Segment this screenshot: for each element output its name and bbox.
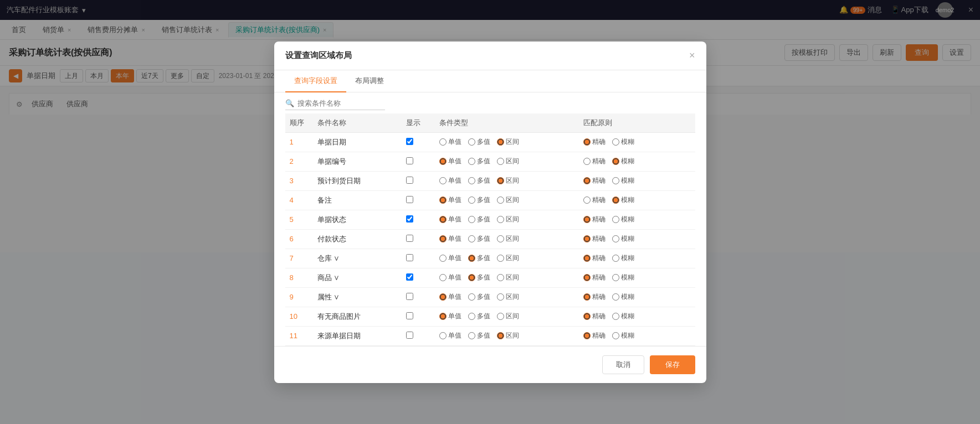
row-match-1[interactable]: 精确模糊 xyxy=(579,157,690,166)
match-option-模糊-5[interactable]: 模糊 xyxy=(612,234,634,244)
match-option-模糊-1[interactable]: 模糊 xyxy=(612,157,634,166)
row-order-0: 1 xyxy=(285,138,313,146)
display-checkbox-5[interactable] xyxy=(406,235,413,242)
display-checkbox-2[interactable] xyxy=(406,177,413,184)
dialog-table: 顺序 条件名称 显示 条件类型 匹配原则 1单据日期单值多值区间精确模糊2单据编… xyxy=(274,113,706,253)
dialog-tab-query-fields[interactable]: 查询字段设置 xyxy=(285,70,346,92)
match-option-精确-3[interactable]: 精确 xyxy=(583,195,606,205)
match-option-模糊-0[interactable]: 模糊 xyxy=(612,137,634,147)
row-order-2: 3 xyxy=(285,177,313,185)
search-icon: 🔍 xyxy=(285,99,294,107)
row-type-0[interactable]: 单值多值区间 xyxy=(435,137,579,147)
table-row: 3预计到货日期单值多值区间精确模糊 xyxy=(285,172,695,191)
type-option-单值-2[interactable]: 单值 xyxy=(439,176,461,185)
table-row: 5单据状态单值多值区间精确模糊 xyxy=(285,210,695,230)
row-display-1[interactable] xyxy=(402,157,435,166)
row-name-1: 单据编号 xyxy=(313,157,402,167)
row-name-0: 单据日期 xyxy=(313,137,402,147)
display-checkbox-1[interactable] xyxy=(406,157,413,164)
row-type-4[interactable]: 单值多值区间 xyxy=(435,215,579,224)
row-order-1: 2 xyxy=(285,157,313,166)
row-display-0[interactable] xyxy=(402,138,435,147)
type-option-区间-4[interactable]: 区间 xyxy=(497,215,519,224)
type-option-多值-1[interactable]: 多值 xyxy=(468,157,490,166)
match-option-模糊-2[interactable]: 模糊 xyxy=(612,176,634,185)
type-option-区间-0[interactable]: 区间 xyxy=(497,137,519,147)
row-match-5[interactable]: 精确模糊 xyxy=(579,234,690,244)
match-option-精确-4[interactable]: 精确 xyxy=(583,215,606,224)
type-option-多值-0[interactable]: 多值 xyxy=(468,137,490,147)
match-option-模糊-4[interactable]: 模糊 xyxy=(612,215,634,224)
row-display-5[interactable] xyxy=(402,235,435,244)
display-checkbox-3[interactable] xyxy=(406,196,413,203)
match-option-精确-5[interactable]: 精确 xyxy=(583,234,606,244)
row-display-2[interactable] xyxy=(402,177,435,185)
display-checkbox-4[interactable] xyxy=(406,215,413,223)
row-name-4: 单据状态 xyxy=(313,215,402,225)
type-option-多值-5[interactable]: 多值 xyxy=(468,234,490,244)
match-option-精确-2[interactable]: 精确 xyxy=(583,176,606,185)
type-option-单值-3[interactable]: 单值 xyxy=(439,195,461,205)
row-match-4[interactable]: 精确模糊 xyxy=(579,215,690,224)
row-type-5[interactable]: 单值多值区间 xyxy=(435,234,579,244)
type-option-单值-5[interactable]: 单值 xyxy=(439,234,461,244)
type-option-区间-1[interactable]: 区间 xyxy=(497,157,519,166)
type-option-单值-4[interactable]: 单值 xyxy=(439,215,461,224)
row-order-4: 5 xyxy=(285,215,313,224)
type-option-多值-2[interactable]: 多值 xyxy=(468,176,490,185)
type-option-单值-0[interactable]: 单值 xyxy=(439,137,461,147)
row-name-5: 付款状态 xyxy=(313,234,402,244)
type-option-区间-5[interactable]: 区间 xyxy=(497,234,519,244)
col-name-header: 条件名称 xyxy=(313,118,402,128)
type-option-多值-3[interactable]: 多值 xyxy=(468,195,490,205)
type-option-区间-2[interactable]: 区间 xyxy=(497,176,519,185)
row-type-3[interactable]: 单值多值区间 xyxy=(435,195,579,205)
table-row: 2单据编号单值多值区间精确模糊 xyxy=(285,152,695,172)
dialog-search-area: 🔍 xyxy=(274,92,706,113)
type-option-区间-3[interactable]: 区间 xyxy=(497,195,519,205)
table-row: 6付款状态单值多值区间精确模糊 xyxy=(285,230,695,249)
col-order-header: 顺序 xyxy=(285,118,313,128)
display-checkbox-0[interactable] xyxy=(406,138,413,145)
dialog: 设置查询区域布局 × 查询字段设置 布局调整 🔍 顺序 条件名称 xyxy=(274,42,706,253)
type-option-多值-4[interactable]: 多值 xyxy=(468,215,490,224)
row-order-5: 6 xyxy=(285,235,313,243)
row-type-2[interactable]: 单值多值区间 xyxy=(435,176,579,185)
match-option-模糊-3[interactable]: 模糊 xyxy=(612,195,634,205)
row-match-2[interactable]: 精确模糊 xyxy=(579,176,690,185)
table-header: 顺序 条件名称 显示 条件类型 匹配原则 xyxy=(285,113,695,133)
table-rows-container: 1单据日期单值多值区间精确模糊2单据编号单值多值区间精确模糊3预计到货日期单值多… xyxy=(285,133,695,253)
dialog-header: 设置查询区域布局 × xyxy=(274,42,706,70)
row-order-3: 4 xyxy=(285,196,313,204)
search-input[interactable] xyxy=(297,99,381,107)
row-display-3[interactable] xyxy=(402,196,435,205)
row-match-0[interactable]: 精确模糊 xyxy=(579,137,690,147)
dialog-close-button[interactable]: × xyxy=(689,50,695,60)
table-row: 4备注单值多值区间精确模糊 xyxy=(285,191,695,210)
search-wrapper: 🔍 xyxy=(285,99,385,110)
dialog-tab-layout[interactable]: 布局调整 xyxy=(346,70,393,92)
modal-overlay: 设置查询区域布局 × 查询字段设置 布局调整 🔍 顺序 条件名称 xyxy=(0,0,980,252)
dialog-title: 设置查询区域布局 xyxy=(285,50,352,61)
table-row: 1单据日期单值多值区间精确模糊 xyxy=(285,133,695,152)
table-row: 7仓库 ∨单值多值区间精确模糊 xyxy=(285,249,695,253)
row-type-1[interactable]: 单值多值区间 xyxy=(435,157,579,166)
col-type-header: 条件类型 xyxy=(435,118,579,128)
row-name-3: 备注 xyxy=(313,195,402,205)
row-match-3[interactable]: 精确模糊 xyxy=(579,195,690,205)
col-match-header: 匹配原则 xyxy=(579,118,690,128)
row-name-2: 预计到货日期 xyxy=(313,176,402,186)
col-display-header: 显示 xyxy=(402,118,435,128)
row-display-4[interactable] xyxy=(402,215,435,224)
match-option-精确-0[interactable]: 精确 xyxy=(583,137,606,147)
type-option-单值-1[interactable]: 单值 xyxy=(439,157,461,166)
dialog-tabs: 查询字段设置 布局调整 xyxy=(274,70,706,92)
match-option-精确-1[interactable]: 精确 xyxy=(583,157,606,166)
